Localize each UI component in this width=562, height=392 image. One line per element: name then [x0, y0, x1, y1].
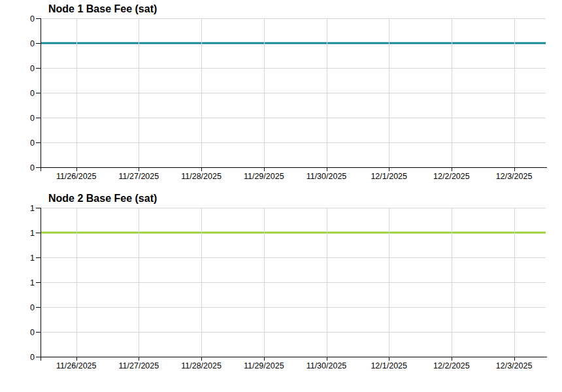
y-tick-label: 0 [30, 14, 35, 24]
y-tick-label: 1 [30, 278, 35, 287]
chart-canvas-node2: 111100011/26/202511/27/202511/28/202511/… [0, 189, 562, 379]
horizontal-gridlines [41, 19, 546, 143]
chart-node2-base-fee: 111100011/26/202511/27/202511/28/202511/… [0, 189, 562, 379]
chart-title-node2: Node 2 Base Fee (sat) [48, 193, 157, 204]
y-tick-label: 1 [30, 229, 35, 238]
x-tick-label: 11/27/2025 [119, 361, 159, 370]
x-tick-label: 12/3/2025 [496, 172, 533, 181]
y-tick-label: 0 [30, 303, 35, 312]
y-tick-label: 0 [30, 353, 35, 362]
y-tick-label: 0 [30, 328, 35, 337]
y-tick-label: 0 [30, 163, 35, 172]
y-tick-label: 0 [30, 89, 35, 98]
chart-node1-base-fee: 000000011/26/202511/27/202511/28/202511/… [0, 0, 562, 189]
chart-canvas-node1: 000000011/26/202511/27/202511/28/202511/… [0, 0, 562, 189]
x-tick-label: 11/30/2025 [306, 172, 347, 181]
x-tick-label: 11/29/2025 [244, 361, 284, 370]
x-tick-label: 12/1/2025 [371, 172, 407, 181]
x-tick-label: 11/30/2025 [306, 361, 347, 370]
x-tick-label: 11/28/2025 [181, 361, 222, 370]
y-tick-label: 0 [30, 139, 35, 148]
y-tick-label: 0 [30, 64, 35, 73]
x-tick-label: 11/28/2025 [181, 172, 222, 181]
x-tick-label: 12/2/2025 [433, 172, 470, 181]
axes [36, 208, 547, 361]
y-tick-label: 0 [30, 114, 35, 123]
axes [36, 18, 547, 171]
x-tick-label: 11/26/2025 [56, 172, 97, 181]
x-tick-label: 12/3/2025 [496, 361, 533, 370]
x-tick-label: 11/27/2025 [119, 172, 159, 181]
x-tick-label: 11/29/2025 [244, 172, 284, 181]
y-tick-label: 0 [30, 39, 35, 48]
y-tick-label: 1 [30, 253, 35, 263]
y-tick-label: 1 [30, 204, 35, 213]
chart-title-node1: Node 1 Base Fee (sat) [48, 3, 157, 15]
x-tick-label: 11/26/2025 [56, 361, 97, 370]
horizontal-gridlines [41, 208, 546, 333]
x-tick-label: 12/2/2025 [433, 361, 470, 370]
x-tick-label: 12/1/2025 [371, 361, 407, 370]
base-fee-report-page: 000000011/26/202511/27/202511/28/202511/… [0, 0, 562, 392]
